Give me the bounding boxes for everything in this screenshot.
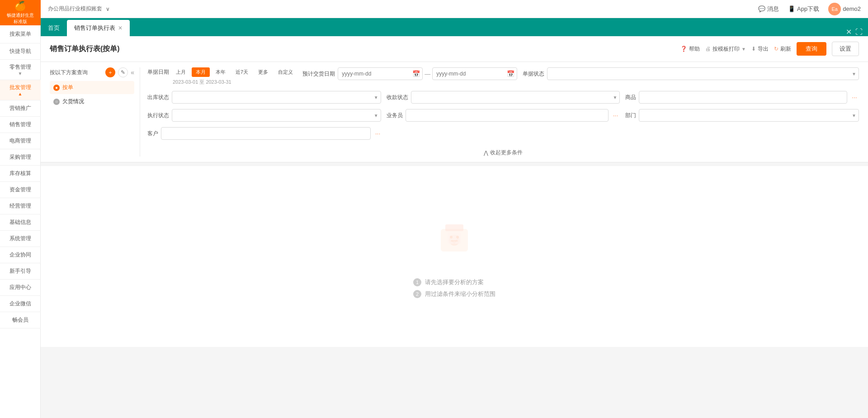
help-icon: ❓: [680, 46, 687, 52]
sidebar-item-finance[interactable]: 资金管理: [0, 182, 41, 198]
scheme-nav-debt[interactable]: ○ 欠货情况: [50, 95, 134, 108]
sidebar-item-wholesale[interactable]: 批发管理 ▲: [0, 80, 41, 100]
sidebar-item-retail[interactable]: 零售管理 ▼: [0, 60, 41, 80]
search-menu[interactable]: 搜索菜单: [0, 25, 41, 43]
logo-text: 畅捷通好生意: [7, 12, 34, 19]
avatar: Ea: [828, 3, 841, 15]
breadcrumb-text: 办公用品行业模拟账套: [48, 5, 102, 13]
collapse-more-btn[interactable]: ⋀ 收起更多条件: [484, 149, 523, 157]
message-btn[interactable]: 💬 消息: [758, 5, 779, 13]
sidebar-item-app-center[interactable]: 应用中心: [0, 280, 41, 296]
edit-scheme-btn[interactable]: ✎: [118, 67, 128, 77]
filter-fields: 单据日期 上月 本月 本年 近7天 更多 自定义 2023: [140, 67, 859, 157]
breadcrumb-chevron-icon[interactable]: ∨: [106, 6, 110, 12]
expected-date-range: 📅 — 📅: [338, 67, 517, 80]
salesperson-field: 业务员 ···: [387, 109, 620, 122]
scheme-nav-icons: ＋ ✎ «: [105, 67, 134, 77]
tab-close-icon[interactable]: ✕: [118, 25, 123, 31]
expected-date-start[interactable]: [338, 67, 423, 80]
tab-home[interactable]: 首页: [41, 20, 67, 36]
status-select-wrap: ▼: [547, 67, 859, 80]
template-print-btn[interactable]: 🖨 按模板打印 ▼: [705, 45, 746, 53]
hint-1-text: 请先选择要分析的方案: [425, 278, 484, 286]
user-name: demo2: [843, 5, 861, 12]
status-label: 单据状态: [523, 70, 544, 78]
sidebar-item-ecommerce[interactable]: 电商管理: [0, 133, 41, 149]
tab-sales-order-exec[interactable]: 销售订单执行表 ✕: [67, 20, 130, 36]
quick-nav[interactable]: 快捷导航: [0, 43, 41, 60]
date-btn-this-year[interactable]: 本年: [212, 67, 230, 77]
sidebar-item-enterprise[interactable]: 企业协同: [0, 247, 41, 263]
svg-point-6: [450, 236, 453, 238]
expected-date-end[interactable]: [432, 67, 517, 80]
message-icon: 💬: [758, 5, 765, 12]
empty-hints: 1 请先选择要分析的方案 2 用过滤条件来缩小分析范围: [413, 278, 495, 298]
exec-status-select[interactable]: [172, 109, 381, 122]
payment-status-select[interactable]: [411, 91, 620, 104]
scheme-nav-by-order[interactable]: ● 按单: [50, 81, 134, 94]
setting-button[interactable]: 设置: [832, 42, 859, 56]
sidebar-item-system[interactable]: 系统管理: [0, 231, 41, 247]
date-btn-more[interactable]: 更多: [254, 67, 272, 77]
sidebar-item-member[interactable]: 畅会员: [0, 312, 41, 328]
logo: 🍊 畅捷通好生意 标准版: [0, 0, 41, 25]
exec-status-select-wrap: ▼: [172, 109, 381, 122]
app-download-icon: 📱: [788, 5, 795, 12]
svg-rect-8: [451, 240, 458, 242]
sidebar-item-marketing[interactable]: 营销推广: [0, 100, 41, 117]
goods-field: 商品 ···: [625, 91, 859, 104]
dept-field: 部门 ▼: [625, 109, 859, 122]
sidebar-item-inventory[interactable]: 库存核算: [0, 166, 41, 182]
out-status-select[interactable]: [172, 91, 381, 104]
goods-dots-icon[interactable]: ···: [850, 94, 859, 101]
refresh-icon: ↻: [774, 46, 778, 52]
dept-select[interactable]: [639, 109, 859, 122]
payment-status-select-wrap: ▼: [411, 91, 620, 104]
salesperson-label: 业务员: [387, 112, 403, 119]
svg-rect-5: [448, 233, 461, 244]
filter-row-2: 出库状态 ▼ 收款状态: [147, 91, 859, 104]
filter-layout: 按以下方案查询 ＋ ✎ « ● 按单 ○ 欠货情况: [50, 67, 859, 157]
payment-status-label: 收款状态: [387, 94, 408, 101]
customer-input[interactable]: [161, 127, 371, 140]
salesperson-input[interactable]: [406, 109, 609, 122]
sidebar-item-operations[interactable]: 经营管理: [0, 198, 41, 214]
app-download-label: App下载: [797, 5, 819, 13]
add-scheme-btn[interactable]: ＋: [105, 67, 115, 77]
goods-label: 商品: [625, 94, 636, 101]
tab-expand-icon[interactable]: ⛶: [855, 28, 863, 36]
sidebar-item-new-guide[interactable]: 新手引导: [0, 263, 41, 280]
logo-subtext: 标准版: [14, 19, 27, 25]
customer-dots-icon[interactable]: ···: [373, 130, 382, 137]
user-profile-btn[interactable]: Ea demo2: [828, 3, 861, 15]
date-btn-custom[interactable]: 自定义: [274, 67, 297, 77]
empty-hint-2: 2 用过滤条件来缩小分析范围: [413, 290, 495, 298]
out-status-select-wrap: ▼: [172, 91, 381, 104]
date-btn-last-month[interactable]: 上月: [172, 67, 190, 77]
hint-2-num: 2: [413, 290, 421, 298]
hint-1-num: 1: [413, 278, 421, 286]
status-select[interactable]: [547, 67, 859, 80]
sidebar-item-basic-info[interactable]: 基础信息: [0, 214, 41, 231]
query-button[interactable]: 查询: [797, 42, 826, 56]
sidebar-item-purchase[interactable]: 采购管理: [0, 149, 41, 166]
exec-status-label: 执行状态: [147, 112, 169, 119]
main-area: 办公用品行业模拟账套 ∨ 💬 消息 📱 App下载 Ea demo2 首页: [41, 0, 868, 418]
sidebar-item-sales[interactable]: 销售管理: [0, 117, 41, 133]
help-btn[interactable]: ❓ 帮助: [680, 45, 700, 53]
filter-row-1: 单据日期 上月 本月 本年 近7天 更多 自定义 2023: [147, 67, 859, 86]
collapse-scheme-btn[interactable]: «: [131, 69, 134, 76]
export-btn[interactable]: ⬇ 导出: [751, 45, 769, 53]
date-range-display: 2023-03-01 至 2023-03-31: [173, 79, 231, 86]
tab-sales-label: 销售订单执行表: [74, 24, 115, 32]
app-download-btn[interactable]: 📱 App下载: [788, 5, 819, 13]
date-btn-7days[interactable]: 近7天: [231, 67, 252, 77]
sidebar-item-enterprise-wx[interactable]: 企业微信: [0, 296, 41, 312]
date-btn-this-month[interactable]: 本月: [192, 67, 210, 77]
salesperson-dots-icon[interactable]: ···: [611, 112, 620, 119]
hint-2-text: 用过滤条件来缩小分析范围: [425, 290, 495, 298]
refresh-btn[interactable]: ↻ 刷新: [774, 45, 791, 53]
tab-close-window-icon[interactable]: ✕: [846, 28, 852, 36]
goods-input[interactable]: [639, 91, 847, 104]
top-header: 办公用品行业模拟账套 ∨ 💬 消息 📱 App下载 Ea demo2: [41, 0, 868, 18]
